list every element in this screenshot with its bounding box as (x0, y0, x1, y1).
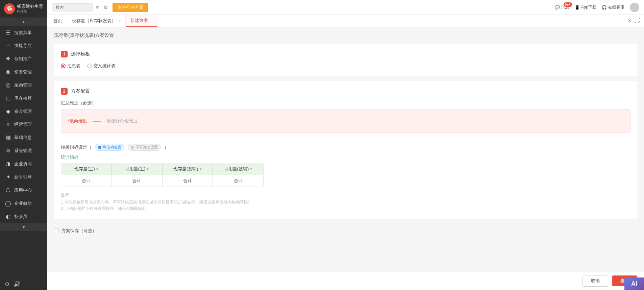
save-area: 方案保存（可选） (54, 224, 637, 237)
dim-area: *纵向维度 —— 请选择分组维度 (61, 110, 630, 132)
sidebar-item-inventory[interactable]: ◻ 库存核算 (0, 92, 47, 105)
no-drag-badge: 不可拖动位置 (128, 144, 161, 151)
stats-col-2-label: 现存量(基辅) (173, 166, 198, 172)
tab-home[interactable]: 首页 (49, 15, 67, 27)
sidebar-item-label: 企业协同 (14, 161, 32, 167)
sidebar-scroll-up[interactable]: ▲ (0, 18, 47, 26)
chevron-down-icon-1: ▾ (147, 167, 149, 171)
stats-col-1-label: 可用量(主) (125, 166, 146, 172)
main-area: ▾ ⚙ 体验行业方案 💬 消息 99+ 📱 App下载 🎧 在线客服 首页 (47, 0, 644, 290)
sidebar-item-apps[interactable]: ⬡ 应用中心 (0, 184, 47, 197)
radio-summary[interactable]: 汇总表 (61, 63, 80, 69)
quick-nav-icon: ⌂ (5, 43, 11, 49)
stats-col-1[interactable]: 可用量(主) ▾ (112, 163, 163, 175)
step1-num: 1 (61, 51, 68, 57)
sidebar-item-label: 基础信息 (14, 135, 32, 141)
sidebar-item-search-menu[interactable]: ☰ 搜索菜单 (0, 26, 47, 39)
dim-label: 汇总维度（必选） (61, 100, 630, 106)
online-service-label: 在线客服 (608, 4, 624, 10)
sidebar: 畅 畅康通好生意 标准版 ▲ ☰ 搜索菜单 ⌂ 快捷导航 ❖ 营销推广 ◉ 销售… (0, 0, 47, 290)
sidebar-item-marketing[interactable]: ❖ 营销推广 (0, 52, 47, 65)
topbar-gear-icon[interactable]: ⚙ (103, 4, 108, 10)
dim-separator: —— (93, 119, 101, 124)
tab-new-scheme[interactable]: 新建方案 × (126, 15, 157, 27)
search-input[interactable] (52, 3, 93, 11)
industry-btn[interactable]: 体验行业方案 (113, 3, 148, 12)
drag-badge-label: 可拖动位置 (103, 145, 121, 150)
sidebar-item-enterprise[interactable]: ◑ 企业协同 (0, 157, 47, 170)
messages-badge: 99+ (564, 2, 572, 7)
sidebar-item-sales[interactable]: ◉ 销售管理 (0, 65, 47, 78)
chevron-down-icon-2: ▾ (200, 167, 202, 171)
tabs-bar: 首页 现存量（库存状况表） × 新建方案 × ✕ ⛶ (47, 15, 644, 27)
basic-info-icon: ▦ (5, 134, 11, 141)
stats-col-0[interactable]: 现存量(主) ▾ (61, 163, 112, 175)
messages-btn[interactable]: 💬 消息 99+ (555, 4, 569, 10)
dropdown-icon[interactable]: ▾ (96, 4, 99, 10)
radio-summary-dot (61, 64, 66, 68)
topbar-right: 💬 消息 99+ 📱 App下载 🎧 在线客服 (555, 3, 639, 12)
indicator-label: 模板指标设定（ 可拖动位置 不可拖动位置 ） (61, 144, 630, 151)
radio-cross[interactable]: 交叉统计表 (87, 63, 116, 69)
stats-cell-2: 合计 (163, 175, 213, 187)
sidebar-item-label: 搜索菜单 (14, 30, 32, 36)
close-tab-btn[interactable]: ✕ (627, 18, 632, 24)
wechat-icon: ◯ (5, 200, 11, 207)
enterprise-icon: ◑ (5, 161, 11, 167)
drag-badge: 可拖动位置 (95, 144, 124, 151)
tips-title: 提示： (61, 192, 630, 198)
step1-header: 1 选择模板 (61, 51, 630, 57)
avatar[interactable] (630, 3, 639, 12)
tab-inventory[interactable]: 现存量（库存状况表） × (67, 15, 126, 27)
footer-bar: 取消 查询 (47, 271, 644, 290)
step2-num: 2 (61, 88, 68, 95)
cancel-button[interactable]: 取消 (583, 275, 608, 287)
chevron-down-icon-0: ▾ (96, 167, 98, 171)
sidebar-footer: ⚙ 🔊 (0, 278, 47, 290)
sidebar-item-label: 资金管理 (14, 108, 32, 115)
step1-title: 选择模板 (71, 51, 90, 57)
save-checkbox[interactable] (54, 228, 59, 233)
save-label: 方案保存（可选） (61, 228, 97, 234)
stats-col-2[interactable]: 现存量(基辅) ▾ (163, 163, 213, 175)
marketing-icon: ❖ (5, 55, 11, 62)
finance-icon: ◆ (5, 108, 11, 115)
sidebar-item-basic-info[interactable]: ▦ 基础信息 (0, 131, 47, 144)
logo-text: 畅康通好生意 标准版 (17, 4, 43, 14)
content-area: 现存量(库存状况表)方案设置 1 选择模板 汇总表 交叉统计表 2 (47, 27, 644, 271)
sidebar-item-member[interactable]: ◐ 畅会员 (0, 210, 47, 223)
app-download-btn[interactable]: 📱 App下载 (575, 4, 596, 10)
tab-inventory-close[interactable]: × (119, 19, 121, 23)
stats-col-3[interactable]: 可用量(基辅) ▾ (213, 163, 263, 175)
sidebar-item-label: 新手引导 (14, 174, 32, 180)
sidebar-item-purchase[interactable]: ◎ 采购管理 (0, 78, 47, 92)
sidebar-item-operations[interactable]: ≡ 经营管理 (0, 118, 47, 131)
search-menu-icon: ☰ (5, 29, 11, 36)
settings-icon[interactable]: ⚙ (5, 281, 9, 287)
tabs-right-actions: ✕ ⛶ (627, 18, 643, 24)
indicator-label-text: 模板指标设定（ (61, 144, 92, 150)
tips-area: 提示： 1.拖动标题栏可以调整布局，不可跨维度或指标区域拖动栏目字段(只能在同一… (61, 192, 630, 212)
tab-new-scheme-close[interactable]: × (150, 19, 152, 23)
logo-icon: 畅 (4, 3, 15, 14)
purchase-icon: ◎ (5, 82, 11, 88)
system-icon: ⚙ (5, 147, 11, 154)
sidebar-item-label: 销售管理 (14, 69, 32, 75)
drag-dot (98, 146, 101, 149)
volume-icon[interactable]: 🔊 (14, 281, 20, 287)
sidebar-item-quick-nav[interactable]: ⌂ 快捷导航 (0, 39, 47, 52)
sales-icon: ◉ (5, 69, 11, 75)
page-title: 现存量(库存状况表)方案设置 (54, 32, 637, 39)
sidebar-item-wechat[interactable]: ◯ 企业微信 (0, 197, 47, 210)
ai-badge[interactable]: Ai (624, 277, 644, 290)
sidebar-scroll-down[interactable]: ▼ (0, 223, 47, 231)
template-radio-group: 汇总表 交叉统计表 (61, 63, 630, 69)
radio-cross-dot (87, 64, 92, 68)
apps-icon: ⬡ (5, 187, 11, 193)
sidebar-item-finance[interactable]: ◆ 资金管理 (0, 105, 47, 118)
sidebar-item-guide[interactable]: ✦ 新手引导 (0, 170, 47, 184)
step1-card: 1 选择模板 汇总表 交叉统计表 (54, 44, 637, 76)
sidebar-item-system[interactable]: ⚙ 系统管理 (0, 144, 47, 157)
expand-tab-btn[interactable]: ⛶ (635, 18, 640, 24)
online-service-btn[interactable]: 🎧 在线客服 (602, 4, 624, 10)
